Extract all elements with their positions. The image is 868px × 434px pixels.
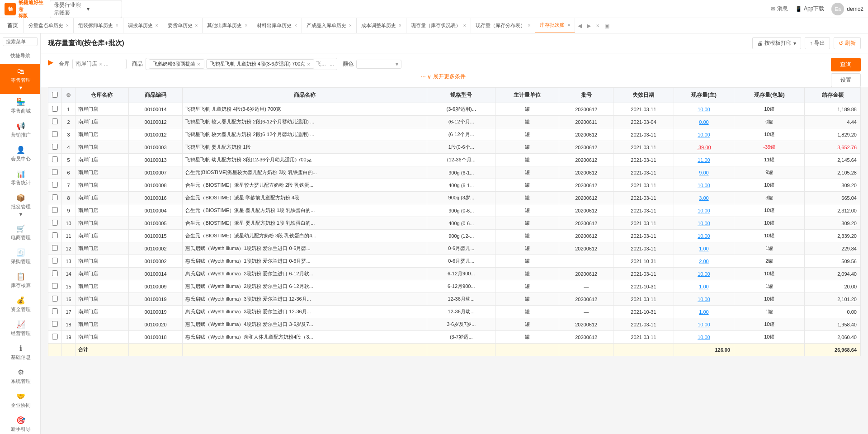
color-input-area[interactable]: ▾ [356, 60, 401, 69]
tab-close-all-btn[interactable]: × [593, 18, 602, 33]
cell-qty-17[interactable]: 10.00 [674, 318, 734, 331]
sidebar-item-marketing[interactable]: 📢 营销推广 [0, 118, 40, 142]
cell-qty-10[interactable]: 10.00 [674, 230, 734, 242]
cell-checkbox-7[interactable] [48, 192, 62, 204]
tab-cailiaoshu[interactable]: 材料出库单历史 × [252, 18, 302, 33]
sidebar-item-finance[interactable]: 💰 资金管理 [0, 292, 40, 316]
tab-chancheng[interactable]: 产成品入库单历史 × [302, 18, 357, 33]
sidebar-item-collab[interactable]: 🤝 企业协同 [0, 388, 40, 412]
sidebar-item-member[interactable]: 👤 会员中心 [0, 142, 40, 166]
tab-close-10[interactable]: × [528, 23, 531, 28]
sidebar-item-retail-mgmt[interactable]: 🛍 零售管理 ▼ [0, 64, 40, 94]
cell-qty-18[interactable]: 10.00 [674, 331, 734, 344]
column-settings-icon[interactable]: ⚙ [66, 92, 71, 99]
cell-checkbox-17[interactable] [48, 318, 62, 331]
cell-checkbox-1[interactable] [48, 116, 62, 128]
cell-qty-0[interactable]: 10.00 [674, 103, 734, 116]
goods-tag-0-close[interactable]: × [197, 61, 200, 67]
tab-close-1[interactable]: × [66, 23, 69, 28]
settings-btn[interactable]: 设置 [831, 73, 861, 87]
sidebar-item-system[interactable]: ⚙ 系统管理 [0, 364, 40, 388]
search-input[interactable] [3, 37, 38, 46]
tab-close-6[interactable]: × [294, 23, 297, 28]
tab-close-4[interactable]: × [195, 23, 198, 28]
tab-close-11[interactable]: × [567, 23, 570, 28]
tab-close-7[interactable]: × [349, 23, 352, 28]
cell-qty-1[interactable]: 0.00 [674, 116, 734, 128]
tab-yaohuo[interactable]: 要货单历史 × [163, 18, 203, 33]
cell-checkbox-3[interactable] [48, 141, 62, 154]
cell-checkbox-15[interactable] [48, 293, 62, 306]
cell-qty-15[interactable]: 10.00 [674, 293, 734, 306]
cell-checkbox-6[interactable] [48, 179, 62, 192]
query-btn[interactable]: 查询 [831, 58, 861, 71]
tab-close-2[interactable]: × [116, 23, 118, 28]
sidebar-item-inventory[interactable]: 📋 库存核算 [0, 269, 40, 292]
cell-qty-14[interactable]: 1.00 [674, 280, 734, 293]
tab-qitachu[interactable]: 其他出库单历史 × [203, 18, 252, 33]
tab-home[interactable]: 首页 [2, 18, 24, 33]
cell-checkbox-18[interactable] [48, 331, 62, 344]
tab-xiancunliang2[interactable]: 现存量（库存分布表） × [471, 18, 536, 33]
select-all-checkbox[interactable] [52, 92, 58, 98]
cell-qty-2[interactable]: 10.00 [674, 128, 734, 141]
goods-tag-1-close[interactable]: × [307, 61, 310, 67]
sidebar-item-guide[interactable]: 🎯 新手引导 [0, 412, 40, 434]
filter-expand-chevron[interactable]: ▶ [48, 58, 53, 66]
sidebar-item-ecommerce[interactable]: 🛒 电商管理 [0, 221, 40, 245]
tab-close-9[interactable]: × [463, 23, 466, 28]
tab-fenliang[interactable]: 分量盘点单历史 × [24, 18, 74, 33]
sidebar-item-basic[interactable]: ℹ 基础信息 [0, 340, 40, 364]
cell-qty-4[interactable]: 11.00 [674, 154, 734, 166]
cell-qty-6[interactable]: 10.00 [674, 179, 734, 192]
store-selector[interactable]: 母婴行业演示账套 ▾ [50, 0, 122, 18]
cell-qty-8[interactable]: 10.00 [674, 204, 734, 217]
cell-checkbox-8[interactable] [48, 204, 62, 217]
tab-close-8[interactable]: × [399, 23, 401, 28]
cell-checkbox-5[interactable] [48, 166, 62, 179]
cell-checkbox-2[interactable] [48, 128, 62, 141]
tab-kucun-pici[interactable]: 库存批次账 × [535, 18, 575, 33]
refresh-btn[interactable]: ↺ 刷新 [834, 37, 861, 49]
cell-qty-5[interactable]: 9.00 [674, 166, 734, 179]
goods-input-area[interactable]: 飞鹤奶粉3段两提装 × 飞鹤星飞帆 儿童奶粉 4段(3-6岁适用) 700克 ×… [146, 58, 337, 70]
tab-close-5[interactable]: × [245, 23, 247, 28]
cell-qty-13[interactable]: 10.00 [674, 268, 734, 280]
cell-checkbox-14[interactable] [48, 280, 62, 293]
cell-checkbox-11[interactable] [48, 242, 62, 255]
cell-checkbox-16[interactable] [48, 306, 62, 318]
cell-qty-16[interactable]: 1.00 [674, 306, 734, 318]
warehouse-input-area[interactable]: 南岸门店 × ... [72, 59, 127, 69]
cell-qty-12[interactable]: 2.00 [674, 255, 734, 268]
cell-qty-9[interactable]: 10.00 [674, 217, 734, 230]
cell-checkbox-4[interactable] [48, 154, 62, 166]
message-btn[interactable]: ✉ 消息 [771, 5, 788, 13]
sidebar-item-purchase[interactable]: 🧾 采购管理 [0, 245, 40, 269]
cell-checkbox-12[interactable] [48, 255, 62, 268]
tab-close-3[interactable]: × [156, 23, 158, 28]
tab-zuhe[interactable]: 组装拆卸单历史 × [74, 18, 123, 33]
cell-checkbox-13[interactable] [48, 268, 62, 280]
cell-checkbox-9[interactable] [48, 217, 62, 230]
export-btn[interactable]: ↑ 导出 [805, 37, 830, 49]
quick-nav-btn[interactable]: 快捷导航 [0, 50, 40, 62]
cell-checkbox-10[interactable] [48, 230, 62, 242]
sidebar-item-retail-store[interactable]: 🏪 零售商城 [0, 94, 40, 118]
sidebar-item-wholesale[interactable]: 📦 批发管理 ▼ [0, 190, 40, 221]
cell-checkbox-0[interactable] [48, 103, 62, 116]
sidebar-item-business[interactable]: 📈 经营管理 [0, 316, 40, 340]
template-print-btn[interactable]: 🖨 按模板打印 ▾ [752, 37, 801, 49]
cell-qty-3[interactable]: -39.00 [674, 141, 734, 154]
tab-xiancunliang1[interactable]: 现存量（库存状况表） × [406, 18, 471, 33]
expand-more-btn[interactable]: ⋯ ∨ 展开更多条件 [59, 70, 827, 83]
warehouse-tag-close[interactable]: × [99, 61, 102, 67]
tab-chengben[interactable]: 成本调整单历史 × [357, 18, 406, 33]
sidebar-item-retail-stats[interactable]: 📊 零售统计 [0, 166, 40, 190]
cell-qty-11[interactable]: 1.00 [674, 242, 734, 255]
tab-menu-btn[interactable]: ▣ [602, 18, 611, 33]
tab-diaob[interactable]: 调拨单历史 × [123, 18, 163, 33]
tab-next-btn[interactable]: ▶ [584, 18, 593, 33]
th-checkbox[interactable] [48, 88, 62, 103]
tab-prev-btn[interactable]: ◀ [575, 18, 584, 33]
cell-qty-7[interactable]: 3.00 [674, 192, 734, 204]
